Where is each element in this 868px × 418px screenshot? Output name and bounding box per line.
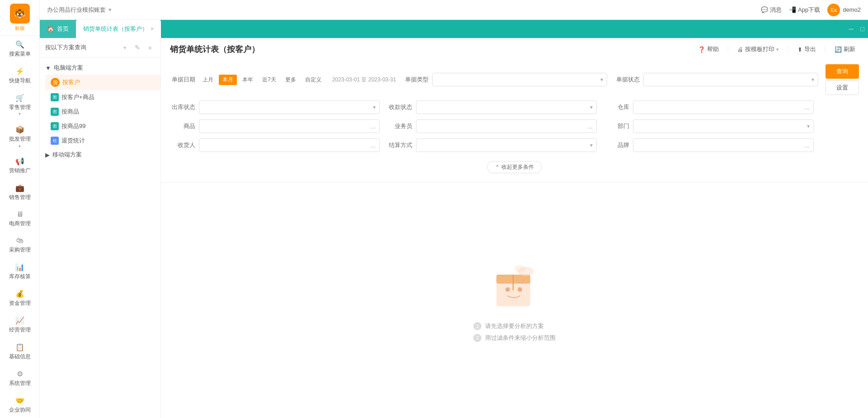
tab-close-icon[interactable]: × (151, 26, 154, 32)
tree-item-by-customer[interactable]: 按 按客户 (45, 75, 160, 90)
purchase-icon: 🛍 (16, 237, 24, 245)
brand-dots[interactable]: ... (804, 142, 810, 149)
sidebar-item-retail[interactable]: 🛒 零售管理 ▾ (0, 89, 39, 121)
warehouse-dots[interactable]: ... (804, 104, 810, 111)
tree-group-mobile: ▶ 移动端方案 (40, 148, 160, 162)
settle-arrow-icon: ▾ (590, 142, 593, 148)
sales-icon: 💼 (15, 184, 24, 192)
out-status-select[interactable]: ▾ (199, 100, 380, 114)
sidebar-item-label: 采购管理 (9, 246, 31, 254)
sidebar-item-label: 资金管理 (9, 299, 31, 307)
page-actions: ❓ 帮助 🖨 按模板打印 ▾ ⬆ 导出 (694, 43, 859, 55)
goods-select[interactable]: ... (199, 119, 380, 133)
doc-status-select[interactable]: ▾ (643, 73, 818, 86)
ecom-icon: 🖥 (16, 210, 24, 218)
tab-home[interactable]: 🏠 首页 (40, 20, 76, 38)
action-divider3 (825, 46, 826, 53)
sidebar-item-basic[interactable]: 📋 基础信息 (0, 338, 39, 365)
staff-dots[interactable]: ... (587, 123, 593, 130)
biz-icon: 📈 (15, 316, 24, 325)
message-button[interactable]: 💬 消息 (761, 6, 782, 14)
help-label: 帮助 (707, 45, 719, 53)
sidebar-item-label: 基础信息 (9, 353, 31, 361)
date-buttons: 上月 本月 本年 近7天 更多 自定义 (199, 75, 325, 85)
topbar-actions: 💬 消息 📲 App下载 Ea demo2 (761, 4, 861, 16)
svg-point-6 (514, 265, 525, 272)
query-button[interactable]: 查询 (826, 64, 859, 79)
sidebar-item-sales[interactable]: 💼 销售管理 (0, 179, 39, 206)
by-goods-icon: 图 (51, 108, 59, 116)
tree-item-by-goods99[interactable]: 图 按商品99 (45, 119, 160, 133)
sidebar-item-biz[interactable]: 📈 经营管理 (0, 312, 39, 338)
export-button[interactable]: ⬆ 导出 (794, 43, 820, 55)
doc-type-label: 单据类型 (403, 76, 429, 84)
goods-dots[interactable]: ... (370, 123, 376, 130)
window-minimize-button[interactable]: ─ (845, 25, 857, 33)
collapse-panel-button[interactable]: « (145, 43, 155, 52)
date-btn-this-month[interactable]: 本月 (219, 75, 237, 85)
help-button[interactable]: ❓ 帮助 (694, 43, 722, 55)
setting-button[interactable]: 设置 (826, 81, 859, 95)
sidebar-item-label: 搜索菜单 (9, 50, 31, 58)
sidebar-item-inventory[interactable]: 📊 库存核算 (0, 258, 39, 285)
date-btn-this-year[interactable]: 本年 (239, 75, 257, 85)
staff-select[interactable]: ... (416, 119, 597, 133)
settle-select[interactable]: ▾ (416, 138, 597, 152)
sidebar-item-ecom[interactable]: 🖥 电商管理 (0, 206, 39, 232)
tree-item-by-goods[interactable]: 图 按商品 (45, 104, 160, 119)
system-icon: ⚙ (17, 370, 23, 378)
date-btn-7days[interactable]: 近7天 (259, 75, 280, 85)
search-icon: 🔍 (15, 40, 24, 49)
date-btn-custom[interactable]: 自定义 (302, 75, 325, 85)
collapse-icon: ⌃ (495, 164, 500, 171)
tree-group-desktop-header[interactable]: ▼ 电脑端方案 (40, 61, 160, 75)
filter-col-date: 单据日期 上月 本月 本年 近7天 更多 自定义 2023-03-01 至 20… (170, 75, 396, 85)
tree-item-return-stats[interactable]: 柱 退货统计 (45, 133, 160, 148)
message-icon: 💬 (761, 6, 768, 13)
edit-scheme-button[interactable]: ✎ (132, 43, 142, 52)
receiver-dots[interactable]: ... (370, 142, 376, 149)
by-customer-icon: 按 (51, 78, 60, 87)
sidebar-item-system[interactable]: ⚙ 系统管理 (0, 365, 39, 392)
sidebar-item-marketing[interactable]: 📢 营销推广 (0, 152, 39, 179)
out-status-arrow-icon: ▾ (373, 104, 376, 110)
sidebar-item-label: 销售管理 (9, 194, 31, 201)
svg-point-3 (505, 287, 510, 292)
tab-sales-stats[interactable]: 销货单统计表（按客户） × (76, 20, 161, 38)
filter-col-brand: 品牌 ... (604, 138, 814, 152)
warehouse-select[interactable]: ... (633, 100, 814, 114)
tree-group-mobile-header[interactable]: ▶ 移动端方案 (40, 148, 160, 162)
date-btn-more[interactable]: 更多 (282, 75, 300, 85)
refresh-button[interactable]: 🔄 刷新 (831, 43, 859, 55)
date-btn-last-month[interactable]: 上月 (199, 75, 217, 85)
goods-label: 商品 (170, 122, 195, 130)
collect-status-select[interactable]: ▾ (416, 100, 597, 114)
sidebar-item-wholesale[interactable]: 📦 批发管理 ▴ (0, 121, 39, 152)
sidebar-item-finance[interactable]: 💰 资金管理 (0, 285, 39, 312)
topbar-title: 办公用品行业模拟账套 ▾ (47, 6, 761, 14)
sidebar-item-quicknav[interactable]: ⚡ 快捷导航 (0, 62, 39, 89)
topbar-arrow-icon[interactable]: ▾ (108, 6, 112, 13)
user-name: demo2 (843, 6, 861, 13)
add-scheme-button[interactable]: + (120, 43, 130, 52)
hint-num-2: 2 (473, 334, 481, 342)
tree-children-desktop: 按 按客户 图 按客户+商品 图 按商品 图 按 (40, 75, 160, 148)
sidebar-logo[interactable]: 🐯 标版 (0, 0, 39, 36)
sidebar-item-purchase[interactable]: 🛍 采购管理 (0, 232, 39, 258)
doc-type-select[interactable]: ▾ (432, 73, 607, 86)
receiver-select[interactable]: ... (199, 138, 380, 152)
sidebar-item-search[interactable]: 🔍 搜索菜单 (0, 36, 39, 62)
export-icon: ⬆ (797, 46, 802, 53)
user-profile-button[interactable]: Ea demo2 (827, 4, 861, 16)
brand-select[interactable]: ... (633, 138, 814, 152)
print-button[interactable]: 🖨 按模板打印 ▾ (734, 43, 783, 55)
app-download-button[interactable]: 📲 App下载 (789, 6, 820, 14)
filter-col-warehouse: 仓库 ... (604, 100, 814, 114)
sidebar-item-corp[interactable]: 🤝 企业协同 (0, 392, 39, 418)
dept-select[interactable]: ▾ (633, 119, 814, 133)
left-panel-actions: + ✎ « (120, 43, 155, 52)
collapse-button[interactable]: ⌃ 收起更多条件 (487, 161, 542, 173)
empty-hint-1: 1 请先选择要分析的方案 (473, 322, 556, 330)
tree-item-by-customer-goods[interactable]: 图 按客户+商品 (45, 90, 160, 104)
window-maximize-button[interactable]: □ (857, 25, 868, 33)
